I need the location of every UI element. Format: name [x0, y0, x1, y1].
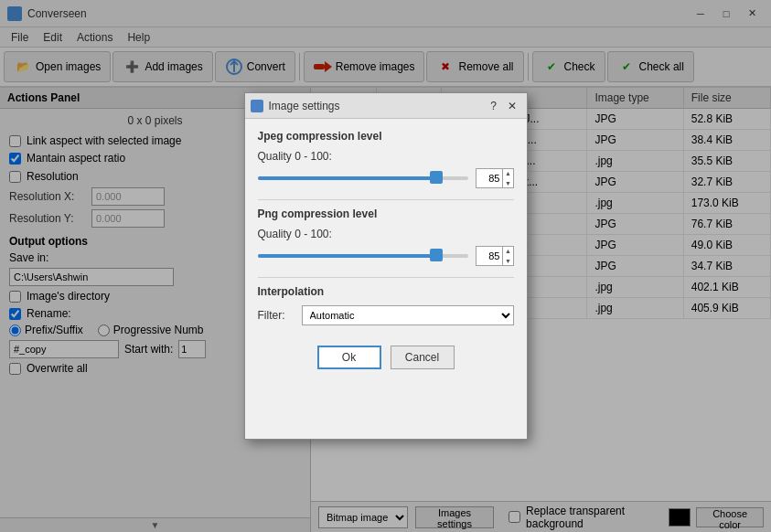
png-slider-fill	[258, 254, 437, 258]
image-settings-modal: Image settings ? ✕ Jpeg compression leve…	[244, 92, 528, 440]
png-section-title: Png compression level	[258, 207, 514, 220]
jpeg-spinners: ▲ ▼	[502, 168, 514, 188]
jpeg-slider-thumb[interactable]	[430, 171, 443, 184]
png-value-box: ▲ ▼	[476, 246, 514, 266]
jpeg-slider-row: ▲ ▼	[258, 168, 514, 188]
jpeg-value-input[interactable]	[477, 173, 502, 184]
interpolation-section: Interpolation Filter: Automatic Undefine…	[258, 285, 514, 325]
png-spinners: ▲ ▼	[502, 246, 514, 266]
modal-body: Jpeg compression level Quality 0 - 100: …	[245, 119, 527, 336]
jpeg-spin-down[interactable]: ▼	[503, 178, 514, 188]
modal-ok-button[interactable]: Ok	[317, 346, 381, 369]
jpeg-quality-label: Quality 0 - 100:	[258, 150, 514, 163]
modal-sep-2	[258, 277, 514, 278]
modal-overlay: Image settings ? ✕ Jpeg compression leve…	[0, 0, 771, 532]
modal-footer: Ok Cancel	[245, 336, 527, 382]
png-slider-track[interactable]	[258, 254, 468, 258]
png-value-input[interactable]	[477, 250, 502, 261]
jpeg-slider-fill	[258, 176, 437, 180]
jpeg-value-box: ▲ ▼	[476, 168, 514, 188]
jpeg-section-title: Jpeg compression level	[258, 130, 514, 143]
filter-select[interactable]: Automatic Undefined Bessel Blackman Box …	[302, 305, 514, 325]
modal-titlebar: Image settings ? ✕	[245, 93, 527, 119]
png-spin-down[interactable]: ▼	[503, 256, 514, 266]
jpeg-slider-track[interactable]	[258, 176, 468, 180]
png-slider-thumb[interactable]	[430, 249, 443, 261]
modal-icon	[251, 100, 263, 112]
jpeg-spin-up[interactable]: ▲	[503, 168, 514, 178]
png-slider-row: ▲ ▼	[258, 246, 514, 266]
png-quality-label: Quality 0 - 100:	[258, 228, 514, 240]
filter-row: Filter: Automatic Undefined Bessel Black…	[258, 305, 514, 325]
modal-help-button[interactable]: ?	[485, 97, 503, 115]
modal-title: Image settings	[269, 100, 485, 112]
modal-close-button[interactable]: ✕	[503, 97, 521, 115]
modal-sep-1	[258, 199, 514, 200]
filter-label: Filter:	[258, 309, 294, 322]
interpolation-title: Interpolation	[258, 285, 514, 298]
modal-cancel-button[interactable]: Cancel	[391, 346, 455, 369]
png-spin-up[interactable]: ▲	[503, 246, 514, 256]
